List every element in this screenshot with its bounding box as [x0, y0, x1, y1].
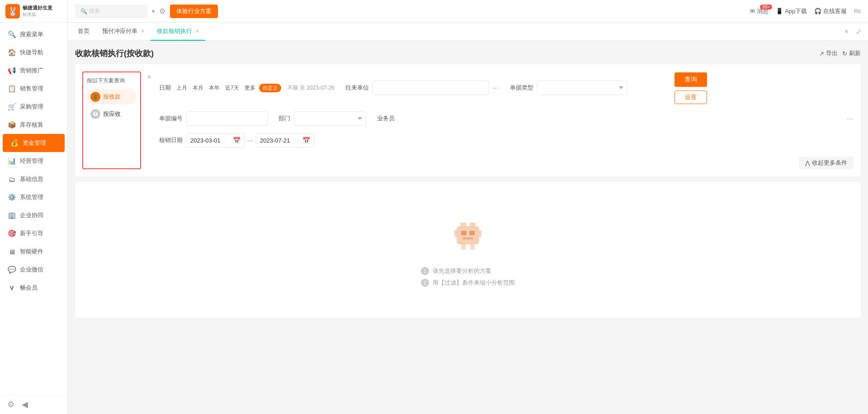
guide-icon: 🎯: [7, 229, 16, 238]
sidebar: 🐰 畅捷通好生意 标准版 🔍 搜索菜单 🏠 快捷导航 📢 营销推广 📋 销售管理…: [0, 0, 68, 414]
operations-icon: 📊: [7, 157, 16, 166]
sidebar-item-operations[interactable]: 📊 经营管理: [0, 152, 67, 170]
tip-number-1: 1: [421, 267, 429, 275]
sidebar-item-basic[interactable]: 🗂 基础信息: [0, 170, 67, 188]
empty-tip-1: 1 请先选择要分析的方案: [421, 267, 515, 275]
topbar-search[interactable]: 🔍 搜索: [75, 5, 147, 18]
doc-type-select[interactable]: [537, 81, 627, 95]
counterparty-field: 往来单位 ···: [345, 81, 499, 95]
page-title: 收款核销执行(按收款): [75, 48, 154, 59]
department-select[interactable]: [294, 111, 366, 126]
svg-rect-0: [457, 226, 479, 244]
collapse-more-button[interactable]: ⋀ 收起更多条件: [799, 157, 854, 169]
doc-no-field: 单据编号: [159, 111, 268, 126]
system-icon: ⚙️: [7, 193, 16, 202]
logo-text: 畅捷通好生意 标准版: [23, 5, 52, 18]
writeoff-end-calendar-icon[interactable]: 📅: [302, 137, 310, 144]
sidebar-item-system[interactable]: ⚙️ 系统管理: [0, 188, 67, 206]
topbar-gear-icon[interactable]: ⚙: [159, 7, 165, 15]
sidebar-item-purchase[interactable]: 🛒 采购管理: [0, 98, 67, 116]
date-more[interactable]: 更多: [243, 83, 257, 93]
svg-rect-9: [469, 223, 476, 227]
date-this-month[interactable]: 本月: [191, 83, 205, 93]
sidebar-item-hardware[interactable]: 🖥 智能硬件: [0, 243, 67, 261]
filter-row-1: 日期 上月 本月 本年 近7天 更多 自定义 不限 至 2023-07-26 往…: [159, 71, 854, 104]
sidebar-footer: ⚙ ◀: [0, 395, 67, 414]
receipt-option-icon: 💲: [90, 92, 100, 102]
sidebar-item-member[interactable]: V 畅会员: [0, 279, 67, 297]
date-no-limit: 不限 至 2023-07-26: [288, 84, 335, 92]
inventory-icon: 📦: [7, 120, 16, 129]
enterprise-icon: 🏢: [7, 211, 16, 220]
collapse-chevron-icon: ⋀: [805, 160, 810, 167]
refresh-button[interactable]: ↻ 刷新: [842, 49, 861, 57]
export-button[interactable]: ↗ 导出: [819, 49, 838, 57]
tabs-bar: 首页 预付冲应付单 × 收款核销执行 × × ⤢: [68, 23, 868, 41]
tab-close-prepay[interactable]: ×: [141, 28, 144, 34]
tab-home[interactable]: 首页: [71, 23, 96, 41]
department-label: 部门: [278, 114, 290, 123]
writeoff-start-input[interactable]: [190, 137, 231, 144]
salesperson-dots-icon[interactable]: ···: [847, 114, 854, 123]
query-button[interactable]: 查询: [675, 72, 707, 87]
filter-option-receipt[interactable]: 💲 按收款: [87, 89, 137, 105]
message-button[interactable]: ✉ 消息 99+: [750, 7, 769, 15]
doc-no-label: 单据编号: [159, 114, 183, 123]
sidebar-item-marketing[interactable]: 📢 营销推广: [0, 62, 67, 80]
collapse-more-area: ⋀ 收起更多条件: [159, 157, 854, 169]
close-all-tabs-icon[interactable]: ×: [842, 27, 851, 37]
sales-icon: 📋: [7, 84, 16, 93]
filter-options-box: 按以下方案查询 💲 按收款 🕐 按应收: [82, 71, 141, 169]
settings-icon[interactable]: ⚙: [7, 400, 14, 409]
svg-rect-6: [461, 243, 466, 250]
app-download-button[interactable]: 📱 App下载: [776, 7, 807, 15]
export-icon: ↗: [819, 50, 824, 57]
sidebar-item-finance[interactable]: 💰 资金管理: [3, 134, 65, 152]
date-custom-badge[interactable]: 自定义: [259, 84, 281, 92]
collapse-filter-left-button[interactable]: »: [145, 71, 154, 169]
sidebar-item-search[interactable]: 🔍 搜索菜单: [0, 25, 67, 43]
filter-option-receivable[interactable]: 🕐 按应收: [87, 106, 137, 122]
counterparty-dots-icon[interactable]: ···: [492, 84, 499, 92]
topbar-dropdown-icon[interactable]: ▾: [152, 8, 155, 14]
tab-prepay[interactable]: 预付冲应付单 ×: [96, 23, 151, 41]
action-buttons: 查询 设置: [675, 71, 707, 104]
writeoff-start-calendar-icon[interactable]: 📅: [233, 137, 241, 144]
collapse-sidebar-icon[interactable]: ◀: [22, 400, 28, 409]
writeoff-date-range: 📅 — 📅: [186, 133, 314, 148]
svg-rect-1: [461, 231, 467, 235]
writeoff-end-input[interactable]: [260, 137, 301, 144]
sidebar-item-inventory[interactable]: 📦 库存核算: [0, 116, 67, 134]
date-last-month[interactable]: 上月: [175, 83, 189, 93]
counterparty-input[interactable]: [373, 81, 489, 95]
date-shortcuts: 上月 本月 本年 近7天 更多 自定义: [175, 83, 281, 93]
filter-scheme-selector: 按以下方案查询 💲 按收款 🕐 按应收 »: [82, 71, 154, 169]
svg-rect-2: [469, 231, 475, 235]
home-icon: 🏠: [7, 48, 16, 57]
solution-button[interactable]: 体验行业方案: [170, 5, 218, 18]
date-separator: —: [247, 137, 253, 144]
tab-receivable[interactable]: 收款核销执行 ×: [151, 23, 205, 41]
writeoff-date-field: 核销日期 📅 — 📅: [159, 133, 314, 148]
date-7days[interactable]: 近7天: [223, 83, 241, 93]
sidebar-item-wechat[interactable]: 💬 企业微信: [0, 261, 67, 279]
tab-close-receivable[interactable]: ×: [196, 28, 199, 34]
expand-tab-icon[interactable]: ⤢: [853, 26, 864, 37]
logo-icon: 🐰: [5, 4, 20, 19]
sidebar-item-sales[interactable]: 📋 销售管理: [0, 80, 67, 98]
sidebar-item-guide[interactable]: 🎯 新手引导: [0, 224, 67, 243]
svg-rect-3: [462, 238, 473, 239]
date-this-year[interactable]: 本年: [207, 83, 222, 93]
main-area: 🔍 搜索 ▾ ⚙ 体验行业方案 ✉ 消息 99+ 📱 App下载 🎧 在线客服 …: [68, 0, 868, 414]
receivable-option-icon: 🕐: [90, 109, 100, 119]
doc-no-input[interactable]: [186, 111, 268, 126]
doc-type-label: 单据类型: [510, 84, 533, 92]
empty-tip-2: 2 用【过滤】条件来缩小分析范围: [421, 279, 515, 287]
sidebar-item-quicknav[interactable]: 🏠 快捷导航: [0, 43, 67, 62]
sidebar-item-enterprise[interactable]: 🏢 企业协同: [0, 206, 67, 224]
department-field: 部门: [278, 111, 366, 126]
settings-button[interactable]: 设置: [675, 90, 707, 104]
customer-service-button[interactable]: 🎧 在线客服: [814, 7, 847, 15]
topbar: 🔍 搜索 ▾ ⚙ 体验行业方案 ✉ 消息 99+ 📱 App下载 🎧 在线客服 …: [68, 0, 868, 23]
writeoff-date-label: 核销日期: [159, 136, 183, 144]
